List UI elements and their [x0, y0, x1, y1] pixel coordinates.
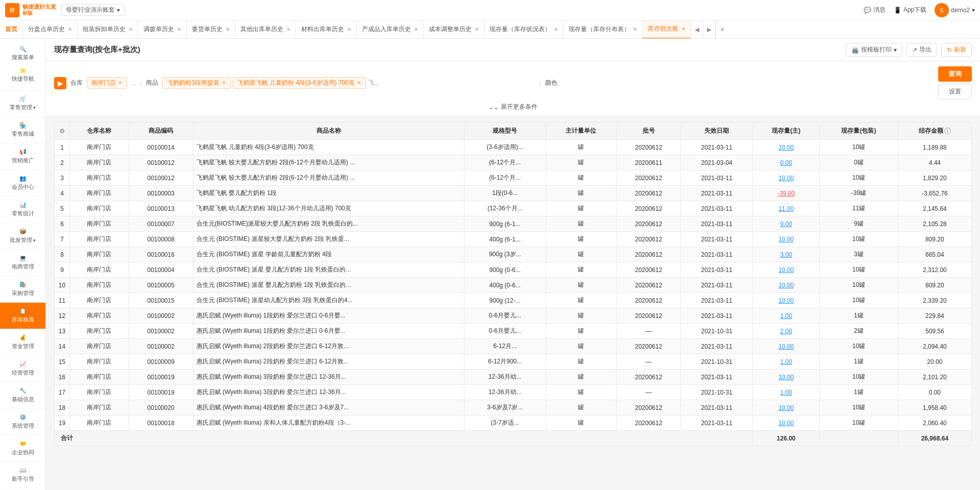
col-warehouse: 仓库名称	[70, 122, 129, 140]
sidebar-item-retail-stats[interactable]: 📊 零售统计	[0, 197, 45, 223]
table-row: 5 南岸门店 00100013 飞鹤星飞帆 幼儿配方奶粉 3段(12-36个月幼…	[55, 201, 972, 216]
row-warehouse: 南岸门店	[70, 415, 129, 431]
close-icon[interactable]: ✕	[226, 27, 230, 32]
sidebar-item-member[interactable]: 👥 会员中心	[0, 170, 45, 197]
messages-button[interactable]: 💬 消息	[864, 6, 886, 14]
sidebar-item-marketing[interactable]: 📢 营销推广	[0, 143, 45, 170]
info-icon[interactable]: i	[944, 128, 951, 134]
close-all-tabs-button[interactable]: ✕	[716, 20, 728, 39]
operations-icon: 📈	[19, 361, 27, 368]
settings-button[interactable]: 设置	[938, 84, 972, 100]
close-icon[interactable]: ✕	[475, 27, 479, 32]
row-batch: 20200612	[617, 186, 681, 201]
row-expire: 2021-10-31	[681, 385, 753, 400]
close-icon[interactable]: ✕	[554, 27, 558, 32]
cooperation-icon: 🤝	[19, 440, 27, 447]
row-code: 00100013	[129, 201, 193, 216]
col-expire: 失效日期	[681, 122, 753, 140]
export-button[interactable]: ↗ 导出	[906, 43, 937, 57]
tab-fenpaidan[interactable]: 分盘点单历史 ✕	[23, 20, 78, 39]
sidebar-item-ecommerce[interactable]: 💻 电商管理	[0, 250, 45, 276]
row-batch: 20200612	[617, 216, 681, 232]
row-batch: —	[617, 354, 681, 370]
user-menu[interactable]: E demo2 ▾	[935, 3, 975, 17]
sidebar-item-wholesale[interactable]: 📦 批发管理 ▾	[0, 223, 45, 250]
tab-chanpin[interactable]: 产成品入库单历史 ✕	[357, 20, 424, 39]
close-icon[interactable]: ✕	[68, 27, 72, 32]
tab-qitachuku[interactable]: 其他出库单历史 ✕	[235, 20, 296, 39]
row-unit: 罐	[546, 370, 616, 385]
row-expire: 2021-03-11	[681, 370, 753, 385]
row-qty-pack: 3罐	[820, 247, 898, 262]
row-qty-pack: -39罐	[820, 186, 898, 201]
remove-product-tag1-button[interactable]: ✕	[222, 80, 226, 86]
row-expire: 2021-03-11	[681, 247, 753, 262]
sidebar-item-retail[interactable]: 🛒 零售管理 ▾	[0, 90, 45, 117]
sidebar-item-basic[interactable]: 🔧 基础信息	[0, 382, 45, 409]
row-qty-main: 3.00	[753, 247, 820, 262]
tab-zuzhuang[interactable]: 组装拆卸单历史 ✕	[78, 20, 138, 39]
tab-diaobodanls[interactable]: 调拨单历史 ✕	[138, 20, 187, 39]
purchase-icon: 🛍️	[19, 281, 27, 288]
expand-more-button[interactable]: ⌄⌄ 展开更多条件	[488, 103, 537, 111]
tab-xiancun2[interactable]: 现存量（库存分布表） ✕	[564, 20, 643, 39]
sidebar-item-operations[interactable]: 📈 经营管理	[0, 356, 45, 382]
tab-xiancun1[interactable]: 现存量（库存状况表） ✕	[484, 20, 564, 39]
row-qty-pack: 0罐	[820, 155, 898, 170]
row-no: 8	[55, 247, 70, 262]
basic-icon: 🔧	[19, 387, 27, 394]
row-amount: 2,145.64	[898, 201, 971, 216]
close-icon[interactable]: ✕	[633, 27, 637, 32]
product-more[interactable]: 飞...	[368, 79, 379, 87]
sidebar-item-retail-store[interactable]: 🏪 零售商城	[0, 117, 45, 143]
row-code: 00100002	[129, 339, 193, 354]
print-button[interactable]: 🖨️ 按模板打印 ▾	[846, 43, 902, 57]
prev-tab-button[interactable]: ◀	[691, 20, 703, 39]
refresh-icon: ↻	[947, 46, 952, 54]
tab-kucunpici[interactable]: 库存批次账 ✕	[643, 20, 691, 39]
close-icon[interactable]: ✕	[681, 26, 685, 32]
next-tab-button[interactable]: ▶	[703, 20, 716, 39]
sidebar-item-inventory[interactable]: 📋 库存核算	[0, 303, 45, 329]
data-table: ⚙ 仓库名称 商品编码 商品名称 规格型号 主计量单位 批号 失效日期 现存量(…	[54, 122, 972, 446]
refresh-button[interactable]: ↻ 刷新	[941, 43, 972, 57]
close-icon[interactable]: ✕	[414, 27, 418, 32]
remove-product-tag2-button[interactable]: ✕	[357, 80, 361, 86]
sidebar-search[interactable]: 🔍 搜索菜单	[0, 43, 45, 64]
row-name: 合生元 (BIOSTIME) 派星较大婴儿配方奶粉 2段 乳铁蛋...	[193, 232, 464, 247]
close-icon[interactable]: ✕	[286, 27, 290, 32]
star-icon: ⭐	[19, 67, 27, 74]
row-unit: 罐	[546, 278, 616, 293]
remove-tag-button[interactable]: ✕	[118, 80, 122, 86]
product-tag-2: 飞鹤星飞帆 儿童奶粉 4段(3-6岁适用) 700克 ✕	[233, 77, 366, 89]
query-button[interactable]: 查询	[938, 66, 972, 82]
sidebar-quick-nav[interactable]: ⭐ 快捷导航	[0, 64, 45, 86]
sidebar-item-system[interactable]: ⚙️ 系统管理	[0, 409, 45, 435]
close-icon[interactable]: ✕	[129, 27, 133, 32]
row-batch: 20200612	[617, 339, 681, 354]
close-icon[interactable]: ✕	[347, 27, 351, 32]
filter-toggle-button[interactable]: ▶	[54, 77, 66, 89]
tab-home[interactable]: 首页	[0, 20, 23, 39]
tab-yaohuo[interactable]: 要货单历史 ✕	[187, 20, 235, 39]
sidebar-item-purchase[interactable]: 🛍️ 采购管理	[0, 276, 45, 303]
tab-chengben[interactable]: 成本调整单历史 ✕	[424, 20, 484, 39]
sidebar-item-guide[interactable]: 📖 新手引导	[0, 462, 45, 488]
close-icon[interactable]: ✕	[177, 27, 181, 32]
tab-cailiao[interactable]: 材料出库单历史 ✕	[296, 20, 357, 39]
warehouse-more[interactable]: ...	[131, 80, 136, 87]
row-amount: 4.44	[898, 155, 971, 170]
warehouse-tag-nanan: 南岸门店 ✕	[87, 77, 127, 89]
store-selector[interactable]: 母婴行业演示账套 ▾	[61, 4, 125, 16]
sidebar-item-cooperation[interactable]: 🤝 企业协同	[0, 435, 45, 462]
row-qty-pack: 10罐	[820, 370, 898, 385]
row-batch: 20200612	[617, 140, 681, 155]
row-name: 惠氏启赋 (Wyeth illuma) 亲和人体儿童配方奶粉4段（3-...	[193, 415, 464, 431]
col-settings[interactable]: ⚙	[55, 122, 70, 140]
row-expire: 2021-03-11	[681, 186, 753, 201]
gear-icon[interactable]: ⚙	[59, 128, 65, 135]
row-warehouse: 南岸门店	[70, 155, 129, 170]
row-expire: 2021-10-31	[681, 324, 753, 339]
sidebar-item-finance[interactable]: 💰 资金管理	[0, 329, 45, 356]
app-download-button[interactable]: 📱 App下载	[894, 6, 926, 14]
